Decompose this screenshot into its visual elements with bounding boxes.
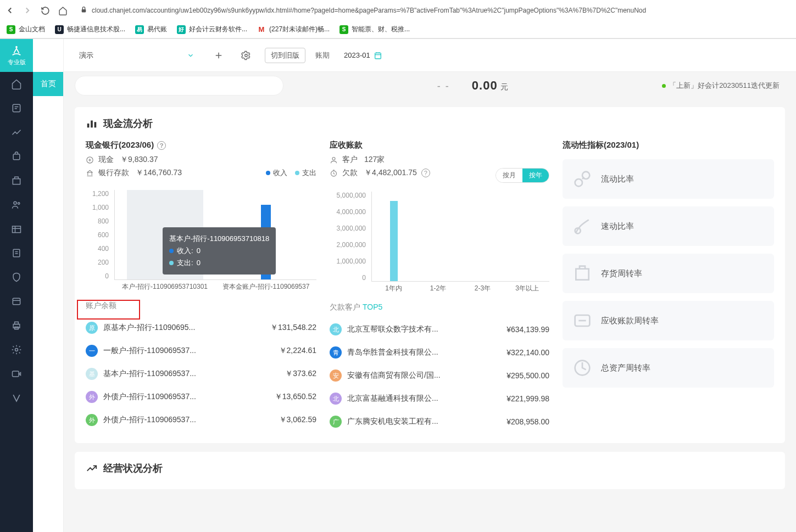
nav-archive-icon[interactable] <box>0 289 33 313</box>
nav-v-icon[interactable] <box>0 386 33 410</box>
cash-bank-title: 现金银行(2023/06) ? <box>86 140 316 150</box>
period-picker[interactable]: 2023-01 <box>344 51 382 60</box>
svg-rect-14 <box>13 371 19 377</box>
toggle-year[interactable]: 按年 <box>522 169 549 182</box>
balance-row[interactable]: 外外债户-招行-1109069537... ￥3,062.59 <box>86 408 316 432</box>
user-icon <box>330 156 338 164</box>
app-logo[interactable]: 专业版 <box>0 39 33 72</box>
clock-icon <box>330 169 338 177</box>
url-text: cloud.chanjet.com/accounting/uw1eb00zy96… <box>92 7 646 14</box>
help-icon[interactable]: ? <box>421 169 430 177</box>
metric-icon <box>571 310 593 332</box>
svg-point-5 <box>14 201 16 204</box>
nav-voucher-icon[interactable] <box>0 96 33 120</box>
top5-row[interactable]: 北北京互帮联众数字技术有... ¥634,139.99 <box>330 318 549 341</box>
nav-print-icon[interactable] <box>0 313 33 338</box>
gear-icon[interactable] <box>237 47 255 64</box>
top5-row[interactable]: 青青岛华胜普金科技有限公... ¥322,140.00 <box>330 341 549 364</box>
lock-icon <box>80 6 87 15</box>
metric-icon <box>571 357 593 379</box>
metric-icon <box>571 262 593 284</box>
nav-funds-icon[interactable] <box>0 144 33 169</box>
reload-button[interactable] <box>40 5 51 16</box>
customer-badge: 北 <box>330 323 342 335</box>
svg-rect-20 <box>94 122 97 127</box>
nav-settings-icon[interactable] <box>0 338 33 362</box>
metric-card[interactable]: 总资产周转率 <box>563 348 774 388</box>
bookmark-item[interactable]: U畅捷通信息技术股... <box>55 25 125 34</box>
forward-button[interactable] <box>22 5 33 16</box>
svg-rect-19 <box>91 121 93 128</box>
account-badge: 一 <box>86 345 98 357</box>
dot-icon <box>662 84 666 88</box>
account-badge: 外 <box>86 391 98 403</box>
trend-icon <box>86 462 98 474</box>
nav-home-icon[interactable] <box>0 72 33 96</box>
nav-video-icon[interactable] <box>0 362 33 386</box>
bookmark-icon: 易 <box>135 25 144 34</box>
bookmark-item[interactable]: S智能票、财、税推... <box>339 25 410 34</box>
top5-title: 欠款客户TOP5 <box>330 303 549 312</box>
highlight-box <box>77 300 140 320</box>
svg-rect-7 <box>13 226 21 233</box>
nav-salary-icon[interactable] <box>0 193 33 217</box>
top5-row[interactable]: 广广东腾安机电安装工程有... ¥208,958.00 <box>330 410 549 433</box>
metric-card[interactable]: 应收账款周转率 <box>563 301 774 340</box>
amount-unit: 元 <box>500 82 508 91</box>
coin-icon <box>86 156 94 164</box>
balance-row[interactable]: 外外债户-招行-1109069537... ￥13,650.52 <box>86 385 316 408</box>
liquidity-title: 流动性指标(2023/01) <box>563 140 774 150</box>
back-button[interactable] <box>4 5 15 16</box>
bookmark-icon: M <box>257 25 266 34</box>
nav-close-icon[interactable] <box>0 265 33 289</box>
panel-title-ops: 经营状况分析 <box>86 462 774 475</box>
customer-badge: 北 <box>330 393 342 405</box>
metric-card[interactable]: 速动比率 <box>563 206 774 246</box>
balance-row[interactable]: 一一般户-招行-1109069537... ￥2,224.61 <box>86 339 316 362</box>
help-icon[interactable]: ? <box>157 141 166 150</box>
svg-rect-17 <box>375 53 381 59</box>
customer-badge: 安 <box>330 369 342 382</box>
org-selector[interactable]: 演示 <box>74 46 200 65</box>
customer-badge: 青 <box>330 346 342 359</box>
switch-old-button[interactable]: 切到旧版 <box>265 48 305 63</box>
bookmark-item[interactable]: 易易代账 <box>135 25 167 34</box>
svg-rect-11 <box>15 322 19 324</box>
search-pill[interactable] <box>75 76 283 96</box>
metric-card[interactable]: 流动比率 <box>563 159 774 199</box>
address-bar[interactable]: cloud.chanjet.com/accounting/uw1eb00zy96… <box>75 3 792 18</box>
customer-badge: 广 <box>330 416 342 428</box>
add-button[interactable] <box>210 47 227 64</box>
amount-value: 0.00 <box>472 79 498 92</box>
nav-inventory-icon[interactable] <box>0 217 33 241</box>
bookmark-item[interactable]: 好好会计云财务软件... <box>177 25 247 34</box>
metric-card[interactable]: 存货周转率 <box>563 254 774 293</box>
account-badge: 外 <box>86 414 98 426</box>
period-toggle: 按月 按年 <box>496 168 549 183</box>
balance-row[interactable]: 原原基本户-招行-11090695... ￥131,548.22 <box>86 316 316 339</box>
top5-row[interactable]: 安安徽有信商贸有限公司/国... ¥295,500.00 <box>330 364 549 387</box>
svg-point-24 <box>575 179 582 186</box>
subnav-home[interactable]: 首页 <box>33 72 63 96</box>
top5-row[interactable]: 北北京富基融通科技有限公... ¥221,999.98 <box>330 387 549 410</box>
nav-assets-icon[interactable] <box>0 169 33 193</box>
notice-banner[interactable]: 「上新」好会计20230511迭代更新 <box>662 81 780 91</box>
metric-icon <box>571 168 593 190</box>
svg-rect-0 <box>82 9 86 12</box>
svg-point-22 <box>332 157 335 160</box>
receivable-title: 应收账款 <box>330 140 549 150</box>
dash-value: - - <box>437 81 450 92</box>
bookmark-item[interactable]: M(227封未读邮件)畅... <box>257 25 330 34</box>
nav-report-icon[interactable] <box>0 120 33 144</box>
topbar: 演示 切到旧版 账期 2023-01 <box>64 39 796 72</box>
toggle-month[interactable]: 按月 <box>496 169 522 182</box>
primary-sidebar: 专业版 <box>0 39 33 532</box>
bookmark-item[interactable]: S金山文档 <box>7 25 45 34</box>
balance-row[interactable]: 基基本户-招行-1109069537... ￥373.62 <box>86 362 316 385</box>
nav-tax-icon[interactable] <box>0 241 33 265</box>
account-badge: 基 <box>86 368 98 380</box>
svg-point-6 <box>18 203 20 204</box>
svg-point-16 <box>245 54 248 57</box>
home-button[interactable] <box>57 5 68 16</box>
bookmarks-bar: S金山文档 U畅捷通信息技术股... 易易代账 好好会计云财务软件... M(2… <box>0 21 796 38</box>
